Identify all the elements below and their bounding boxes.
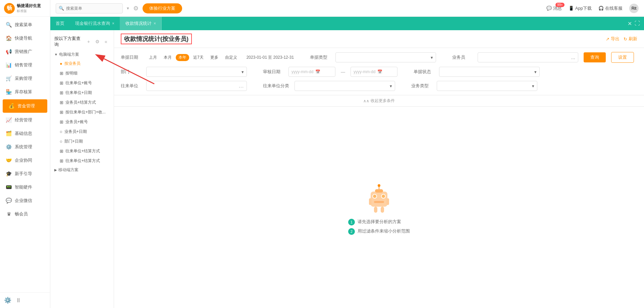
sidebar-item-ops[interactable]: 📈 经营管理 (0, 113, 50, 127)
doc-status-select[interactable]: ▾ (439, 67, 540, 77)
date-label: 单据日期 (121, 54, 141, 60)
sidebar-item-quicknav-label: 快捷导航 (15, 35, 32, 41)
trial-button[interactable]: 体验行业方案 (143, 3, 182, 13)
robot-illustration (362, 180, 396, 213)
tabs-right: ✕ ⛶ (624, 17, 644, 30)
tab-collection-stats-close[interactable]: × (154, 21, 156, 26)
salesman-select[interactable]: … (478, 52, 578, 62)
tab-collection-stats-label: 收款情况统计 (125, 20, 152, 27)
sidebar: 畅 畅捷通好生意 标准版 🔍 搜索菜单 🏠 快捷导航 📢 营销推广 📊 销售管理… (0, 0, 50, 308)
biz-type-select[interactable]: ▾ (437, 81, 537, 91)
sidebar-item-inventory[interactable]: 🏪 库存核算 (0, 85, 50, 99)
settings-scheme-button[interactable]: ⚙ (94, 38, 101, 45)
date-tab-lastmonth[interactable]: 上月 (146, 54, 160, 61)
scheme-group-mobile-header[interactable]: ▶ 移动端方案 (50, 166, 114, 174)
date-separator: — (341, 69, 345, 74)
chevron-down-icon[interactable]: ▾ (127, 6, 129, 11)
tip-item-1: 1 请先选择要分析的方案 (348, 219, 410, 225)
sidebar-menu: 🔍 搜索菜单 🏠 快捷导航 📢 营销推广 📊 销售管理 🛒 采购管理 🏪 库存核… (0, 17, 50, 292)
search-input[interactable] (66, 6, 120, 11)
dept-select[interactable]: ▾ (146, 67, 247, 77)
maximize-icon[interactable]: ⛶ (635, 20, 640, 27)
wechat-icon: 💬 (5, 197, 12, 204)
sidebar-item-system[interactable]: ⚙️ 系统管理 (0, 140, 50, 154)
scheme-item-by-salesman[interactable]: ● 按业务员 (50, 59, 114, 68)
sidebar-item-wechat[interactable]: 💬 企业微信 (0, 194, 50, 207)
collapse-icon[interactable]: ⏸ (15, 297, 21, 304)
scheme-label-salesman-settle: 业务员+结算方式 (65, 100, 96, 105)
close-window-icon[interactable]: ✕ (628, 20, 632, 27)
date-tab-thismonth[interactable]: 本月 (161, 54, 174, 61)
topbar-right: 💬 消息 99+ 📱 App下载 🎧 在线客服 Rit (546, 4, 639, 13)
scheme-item-salesman-settle[interactable]: ⊞ 业务员+结算方式 (50, 98, 114, 107)
collapse-panel-button[interactable]: « (102, 38, 110, 45)
date-tab-7days[interactable]: 近7天 (191, 54, 206, 61)
date-tab-more[interactable]: 更多 (208, 54, 221, 61)
gear-icon[interactable]: ⚙ (133, 5, 139, 12)
collapse-bar[interactable]: ∧∧ 收起更多条件 (114, 95, 644, 107)
home-icon: 🏠 (5, 35, 12, 42)
scheme-icon-unit-settle1: ⊞ (60, 149, 63, 154)
sidebar-item-purchase[interactable]: 🛒 采购管理 (0, 72, 50, 85)
setting-button[interactable]: 设置 (611, 52, 634, 63)
tab-bank-flow[interactable]: 现金银行流水查询 × (70, 17, 120, 30)
empty-state: 1 请先选择要分析的方案 2 用过滤条件来缩小分析范围 (114, 107, 644, 308)
filter-row-1: 单据日期 上月 本月 本年 近7天 更多 自定义 2023-01-01 至 20… (121, 52, 637, 63)
sidebar-item-basic[interactable]: 🗂️ 基础信息 (0, 127, 50, 140)
refresh-button[interactable]: ↻ 刷新 (624, 36, 637, 42)
scheme-item-dept-date[interactable]: ○ 部门+日期 (50, 137, 114, 146)
sidebar-item-sales[interactable]: 📊 销售管理 (0, 58, 50, 72)
tab-collection-stats[interactable]: 收款情况统计 × (120, 17, 162, 30)
scheme-item-unit-date[interactable]: ⊞ 往来单位+日期 (50, 88, 114, 98)
counterparty-dots-icon[interactable]: … (238, 83, 244, 89)
sidebar-item-marketing[interactable]: 📢 营销推广 (0, 45, 50, 58)
main-content: 收款情况统计(按业务员) ↗ 导出 ↻ 刷新 单据日期 (114, 30, 644, 308)
settings-bottom-icon[interactable]: ⚙️ (4, 297, 11, 304)
add-scheme-button[interactable]: + (85, 38, 92, 45)
filter-row-2: 部门 ▾ 审核日期 yyyy-mm-dd 📅 — yyyy-mm-dd 📅 (121, 67, 637, 77)
tip-item-2: 2 用过滤条件来缩小分析范围 (348, 228, 410, 235)
finance-icon: 💰 (8, 103, 15, 109)
app-download-button[interactable]: 📱 App下载 (569, 5, 592, 11)
search-icon: 🔍 (59, 6, 64, 11)
doc-type-select[interactable]: ▾ (335, 52, 436, 62)
topbar: 🔍 ▾ ⚙ 体验行业方案 💬 消息 99+ 📱 App下载 🎧 在线客服 Rit (50, 0, 644, 17)
sidebar-item-guide[interactable]: 🎓 新手引导 (0, 167, 50, 181)
calendar-start-icon: 📅 (315, 69, 320, 74)
review-date-start[interactable]: yyyy-mm-dd 📅 (288, 67, 335, 77)
sidebar-item-member[interactable]: ♛ 畅会员 (0, 207, 50, 221)
scheme-item-unit-settle2[interactable]: ⊞ 往来单位+结算方式 (50, 156, 114, 166)
tip-text-1: 请先选择要分析的方案 (358, 219, 401, 225)
export-button[interactable]: ↗ 导出 (606, 36, 620, 42)
scheme-label-unit-settle2: 往来单位+结算方式 (65, 158, 100, 164)
tab-bank-flow-close[interactable]: × (112, 21, 114, 26)
dept-chevron-icon: ▾ (241, 69, 244, 74)
scheme-group-desktop-header[interactable]: ▼ 电脑端方案 (50, 50, 114, 59)
scheme-item-unit-account[interactable]: ⊞ 往来单位+账号 (50, 78, 114, 88)
date-tab-custom[interactable]: 自定义 (222, 54, 240, 61)
sidebar-item-quicknav[interactable]: 🏠 快捷导航 (0, 32, 50, 45)
date-tab-thisyear[interactable]: 本年 (176, 54, 189, 61)
scheme-item-unit-settle1[interactable]: ⊞ 往来单位+结算方式 (50, 146, 114, 156)
biz-type-label: 业务类型 (411, 83, 431, 89)
scheme-item-detail[interactable]: ⊞ 按明细 (50, 68, 114, 78)
sidebar-item-finance[interactable]: 💰 资金管理 (3, 99, 47, 113)
tab-home[interactable]: 首页 (50, 17, 70, 30)
sidebar-item-search[interactable]: 🔍 搜索菜单 (0, 18, 50, 32)
date-range-text: 2023-01-01 至 2023-12-31 (247, 55, 294, 60)
sidebar-item-corp[interactable]: 🤝 企业协同 (0, 154, 50, 167)
corp-icon: 🤝 (5, 157, 12, 164)
scheme-item-unit-dept[interactable]: ⊞ 按往来单位+部门+收... (50, 107, 114, 117)
counterparty-input[interactable]: … (146, 81, 247, 91)
counterparty-category-select[interactable]: ▾ (294, 81, 395, 91)
query-button[interactable]: 查询 (584, 52, 606, 62)
message-button[interactable]: 💬 消息 99+ (546, 5, 562, 11)
review-date-end[interactable]: yyyy-mm-dd 📅 (351, 67, 397, 77)
online-service-button[interactable]: 🎧 在线客服 (598, 5, 623, 11)
sidebar-item-hardware[interactable]: 📟 智能硬件 (0, 181, 50, 194)
scheme-item-salesman-date[interactable]: ○ 业务员+日期 (50, 127, 114, 137)
topbar-search[interactable]: 🔍 (56, 3, 123, 13)
user-avatar[interactable]: Rit (629, 4, 639, 13)
scheme-group-desktop: ▼ 电脑端方案 ● 按业务员 ⊞ 按明细 ⊞ 往来单位+账号 ⊞ 往来单位+ (50, 50, 114, 166)
scheme-item-salesman-account[interactable]: ⊞ 业务员+账号 (50, 117, 114, 127)
